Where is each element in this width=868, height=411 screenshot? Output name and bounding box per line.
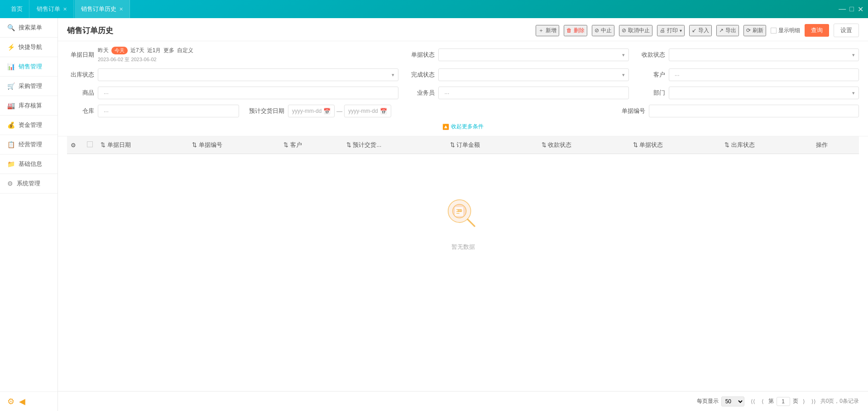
maximize-icon[interactable]: □ [849, 5, 854, 14]
sidebar-item-sales-mgmt[interactable]: 📊 销售管理 [0, 57, 58, 77]
th-order-no[interactable]: ⇅ 单据编号 [188, 136, 280, 154]
sidebar-item-capital-mgmt[interactable]: 💰 资金管理 [0, 116, 58, 135]
stop-label: 中止 [601, 27, 612, 34]
data-table: ⚙ ⇅ 单据日期 ⇅ 单据编号 ⇅ 客户 [67, 136, 859, 154]
date-today-badge[interactable]: 今天 [111, 47, 128, 54]
print-icon: 🖨 [660, 27, 665, 34]
sidebar-item-purchase-mgmt[interactable]: 🛒 采购管理 [0, 77, 58, 96]
svg-point-7 [457, 210, 460, 212]
dept-select[interactable]: ▾ [669, 87, 859, 99]
customer-input[interactable]: ··· [669, 68, 859, 81]
delete-button[interactable]: 🗑 删除 [564, 25, 587, 36]
delivery-status-select[interactable]: ▾ [98, 68, 398, 81]
stop-button[interactable]: ⊘ 中止 [592, 25, 614, 36]
th-order-amount[interactable]: ⇅ 订单金额 [446, 136, 538, 154]
cancel-stop-button[interactable]: ⊘ 取消中止 [619, 25, 652, 36]
delivery-status-label: 出库状态 [67, 71, 94, 79]
tab-home[interactable]: 首页 [5, 0, 29, 18]
next-page-button[interactable]: ⟩ [801, 397, 807, 406]
sys-mgmt-icon: ⚙ [7, 180, 13, 187]
tab-sales-order-history-close[interactable]: ✕ [119, 6, 123, 12]
sidebar-item-inventory[interactable]: 🏭 库存核算 [0, 96, 58, 116]
th-settings[interactable]: ⚙ [67, 136, 83, 154]
minimize-icon[interactable]: — [839, 5, 846, 14]
product-label: 商品 [67, 89, 94, 97]
date-more[interactable]: 更多 [163, 47, 174, 54]
tab-sales-order-history[interactable]: 销售订单历史 ✕ [75, 0, 130, 18]
filter-row-3: 商品 ··· 业务员 ··· 部门 ▾ [67, 87, 859, 99]
import-button[interactable]: ↙ 导入 [689, 25, 712, 36]
query-button[interactable]: 查询 [805, 24, 829, 37]
tab-sales-order-close[interactable]: ✕ [63, 6, 67, 12]
payment-status-select[interactable]: ▾ [669, 48, 859, 61]
export-button[interactable]: ↗ 导出 [716, 25, 739, 36]
salesperson-input[interactable]: ··· [438, 87, 628, 99]
display-toggle[interactable]: 显示明细 [771, 27, 800, 34]
close-icon[interactable]: ✕ [858, 5, 863, 14]
sidebar-settings-icon[interactable]: ⚙ [7, 396, 14, 406]
order-num-input[interactable] [649, 105, 859, 117]
new-button[interactable]: ＋ 新增 [536, 25, 559, 36]
th-expected-delivery[interactable]: ⇅ 预计交货... [343, 136, 446, 154]
sidebar-item-search-menu[interactable]: 🔍 搜索菜单 [0, 18, 58, 38]
expected-date-end[interactable]: yyyy-mm-dd 📅 [344, 105, 391, 117]
date-1month[interactable]: 近1月 [147, 47, 161, 54]
sidebar-item-sys-mgmt[interactable]: ⚙ 系统管理 [0, 174, 58, 193]
date-yesterday[interactable]: 昨天 [98, 47, 109, 54]
export-icon: ↗ [719, 27, 724, 34]
purchase-mgmt-icon: 🛒 [7, 82, 15, 90]
settings-button[interactable]: 设置 [834, 24, 859, 37]
cancel-stop-label: 取消中止 [628, 27, 650, 34]
sidebar-item-base-info-label: 基础信息 [19, 160, 42, 168]
svg-point-8 [460, 210, 462, 212]
base-info-icon: 📁 [7, 160, 15, 168]
calendar-end-icon: 📅 [380, 108, 387, 115]
sidebar-item-sales-mgmt-label: 销售管理 [19, 63, 42, 71]
query-label: 查询 [811, 27, 823, 34]
th-payment-status-label: ⇅ 收款状态 [542, 141, 572, 148]
customer-dots[interactable]: ··· [673, 72, 681, 78]
product-input[interactable]: ··· [98, 87, 398, 99]
last-page-button[interactable]: ⟩⟩ [810, 397, 818, 406]
warehouse-input[interactable]: ··· [98, 105, 239, 117]
print-button[interactable]: 🖨 打印 ▾ [657, 25, 685, 36]
sidebar-item-ops-mgmt[interactable]: 📋 经营管理 [0, 135, 58, 155]
page-label: 第 [768, 397, 774, 405]
order-status-label: 单据状态 [408, 51, 435, 59]
current-page[interactable]: 1 [777, 397, 790, 406]
collapse-row[interactable]: 🔼 收起更多条件 [67, 123, 859, 131]
th-customer[interactable]: ⇅ 客户 [280, 136, 343, 154]
th-delivery-status[interactable]: ⇅ 出库状态 [721, 136, 812, 154]
payment-status-label: 收款状态 [638, 51, 665, 59]
th-order-status[interactable]: ⇅ 单据状态 [629, 136, 721, 154]
refresh-button[interactable]: ⟳ 刷新 [743, 25, 766, 36]
th-date[interactable]: ⇅ 单据日期 [97, 136, 188, 154]
salesperson-dots[interactable]: ··· [442, 90, 451, 97]
date-end-placeholder: yyyy-mm-dd [348, 108, 378, 114]
tab-sales-order[interactable]: 销售订单 ✕ [30, 0, 74, 18]
warehouse-dots[interactable]: ··· [102, 108, 110, 115]
display-toggle-checkbox[interactable] [771, 28, 777, 34]
sidebar-collapse-icon[interactable]: ◀ [19, 396, 25, 406]
date-custom[interactable]: 自定义 [177, 47, 193, 54]
empty-text: 暂无数据 [451, 243, 475, 251]
complete-status-select[interactable]: ▾ [438, 68, 628, 81]
prev-page-button[interactable]: ⟨ [760, 397, 766, 406]
expected-date-start[interactable]: yyyy-mm-dd 📅 [288, 105, 335, 117]
pagination: ⟨⟨ ⟨ 第 1 页 ⟩ ⟩⟩ 共0页，0条记录 [749, 397, 859, 406]
select-all-checkbox[interactable] [87, 141, 93, 147]
date-dash: — [336, 108, 342, 115]
th-operation: 操作 [812, 136, 859, 154]
th-payment-status[interactable]: ⇅ 收款状态 [538, 136, 629, 154]
date-7days[interactable]: 近7天 [130, 47, 144, 54]
sidebar-item-sys-mgmt-label: 系统管理 [17, 179, 40, 188]
th-checkbox[interactable] [83, 136, 97, 154]
sidebar-item-quick-nav[interactable]: ⚡ 快捷导航 [0, 38, 58, 57]
per-page-select[interactable]: 10 20 50 100 [721, 396, 744, 406]
order-status-select[interactable]: ▾ [438, 48, 628, 61]
first-page-button[interactable]: ⟨⟨ [749, 397, 757, 406]
empty-illustration [441, 190, 486, 236]
refresh-icon: ⟳ [746, 27, 751, 34]
product-dots[interactable]: ··· [102, 90, 110, 97]
sidebar-item-base-info[interactable]: 📁 基础信息 [0, 155, 58, 174]
